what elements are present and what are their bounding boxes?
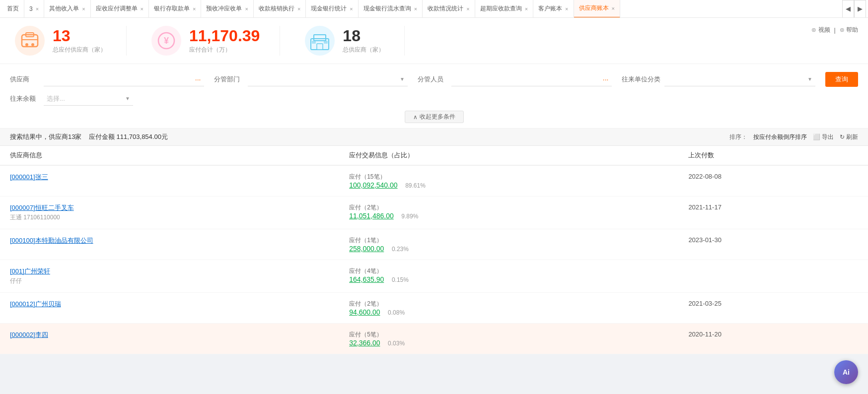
filter-balance-input-wrapper[interactable]: 选择... ▼ — [44, 92, 133, 106]
nav-tab-cash-bank-stat-label: 现金银行统计 — [311, 4, 347, 13]
filter-dept: 分管部门 ▼ — [214, 72, 408, 86]
help-link[interactable]: ⊙ 帮助 — [840, 26, 858, 34]
refresh-icon: ↻ — [840, 133, 845, 140]
video-link[interactable]: ⊙ 视频 — [811, 26, 830, 34]
supplier-sub-3: 仔仔 — [10, 277, 349, 285]
supplier-code-5: [000002] — [10, 331, 35, 338]
dept-dropdown-icon: ▼ — [400, 76, 405, 82]
supplier-sub-1: 王通 17106110000 — [10, 213, 349, 222]
filter-supplier-input[interactable] — [47, 75, 195, 83]
trans-amount-0[interactable]: 100,092,540.00 — [349, 181, 397, 189]
nav-left-arrow[interactable]: ◀ — [842, 0, 854, 18]
trans-amount-4[interactable]: 94,600.00 — [349, 308, 380, 316]
filter-balance: 往来余额 选择... ▼ — [10, 92, 139, 106]
trans-label-4: 应付（2笔） — [349, 300, 688, 308]
nav-tab-bank-deposit[interactable]: 银行存取款单 × — [149, 0, 201, 18]
supplier-link-1[interactable]: [000007]恒旺二手叉车 — [10, 203, 349, 212]
trans-percent-3: 0.15% — [392, 276, 409, 283]
result-bar: 搜索结果中，供应商13家 应付金额 111,703,854.00元 排序： 按应… — [0, 129, 868, 146]
trans-amount-1[interactable]: 11,051,486.00 — [349, 212, 394, 220]
stat-label-amount: 应付合计（万） — [189, 46, 260, 54]
nav-tab-home[interactable]: 首页 — [2, 0, 24, 18]
supplier-code-1: [000007] — [10, 204, 35, 211]
nav-tab-bank-close[interactable]: × — [193, 6, 196, 12]
query-button[interactable]: 查询 — [825, 72, 858, 87]
collapse-button[interactable]: ∧ 收起更多条件 — [405, 111, 464, 123]
nav-tab-cash-flow-label: 现金银行流水查询 — [363, 4, 411, 13]
nav-tab-ar-ap-adjust[interactable]: 应收应付调整单 × — [91, 0, 149, 18]
nav-tab-overdue[interactable]: 超期应收款查询 × — [475, 0, 533, 18]
svg-rect-8 — [314, 35, 326, 41]
nav-tab-prepaid-label: 预收冲应收单 — [206, 4, 242, 13]
trans-label-1: 应付（2笔） — [349, 203, 688, 212]
nav-tab-3-close[interactable]: × — [36, 6, 39, 12]
table-row: [000002]李四 应付（5笔） 32,366.00 0.03% 2020-1… — [0, 324, 868, 354]
stats-header: 13 总应付供应商（家） ¥ 11,170.39 应付合计（万） — [0, 18, 868, 64]
col-header-trans: 应付交易信息（占比） — [349, 151, 688, 160]
nav-tab-cash-flow-close[interactable]: × — [414, 6, 417, 12]
nav-tab-receipt-stat[interactable]: 收款情况统计 × — [423, 0, 475, 18]
supplier-link-3[interactable]: [001]广州荣轩 — [10, 267, 349, 276]
trans-amount-5[interactable]: 32,366.00 — [349, 339, 380, 347]
last-date-4: 2021-03-25 — [688, 300, 858, 307]
last-date-0: 2022-08-08 — [688, 173, 858, 180]
filter-supplier-input-wrapper[interactable]: ··· — [44, 72, 204, 86]
export-button[interactable]: ⬜ 导出 — [813, 133, 834, 141]
filter-category-input-wrapper[interactable]: ▼ — [664, 72, 816, 86]
nav-right-arrow[interactable]: ▶ — [854, 0, 866, 18]
supplier-link-2[interactable]: [000100]本特勤油品有限公司 — [10, 236, 349, 245]
table-row: [000012]广州贝瑞 应付（2笔） 94,600.00 0.08% 2021… — [0, 293, 868, 324]
filter-category-input[interactable] — [667, 75, 808, 83]
collapse-bar: ∧ 收起更多条件 — [10, 111, 858, 123]
nav-tab-supplier-ledger[interactable]: 供应商账本 × — [574, 0, 620, 18]
nav-tab-receipt-verify[interactable]: 收款核销执行 × — [254, 0, 306, 18]
trans-amount-3[interactable]: 164,635.90 — [349, 275, 384, 283]
nav-tab-overdue-close[interactable]: × — [525, 6, 528, 12]
nav-tab-supplier-close[interactable]: × — [612, 5, 615, 11]
sort-value[interactable]: 按应付余额倒序排序 — [753, 133, 807, 141]
filter-row-1: 供应商 ··· 分管部门 ▼ 分管人员 ··· — [10, 72, 858, 87]
trans-label-2: 应付（1笔） — [349, 236, 688, 245]
filter-person-input[interactable] — [454, 75, 603, 83]
stat-block-suppliers: 13 总应付供应商（家） — [10, 26, 127, 56]
nav-tab-customer-close[interactable]: × — [565, 6, 568, 12]
nav-tab-other-income-label: 其他收入单 — [49, 4, 79, 13]
stat-info-total: 18 总供应商（家） — [343, 28, 384, 54]
filter-dept-input[interactable] — [251, 75, 400, 83]
nav-tab-receipt-stat-close[interactable]: × — [466, 6, 469, 12]
export-icon: ⬜ — [813, 133, 820, 140]
nav-tab-other-income-close[interactable]: × — [82, 6, 85, 12]
nav-tab-cash-flow[interactable]: 现金银行流水查询 × — [359, 0, 423, 18]
last-date-1: 2021-11-17 — [688, 203, 858, 211]
trans-info-2: 应付（1笔） 258,000.00 0.23% — [349, 236, 688, 253]
trans-info-4: 应付（2笔） 94,600.00 0.08% — [349, 300, 688, 316]
refresh-button[interactable]: ↻ 刷新 — [840, 133, 858, 141]
nav-tab-cash-bank-stat[interactable]: 现金银行统计 × — [306, 0, 358, 18]
filter-category-label: 往来单位分类 — [622, 75, 660, 84]
ai-button[interactable]: Ai — [834, 360, 858, 384]
nav-tab-prepaid[interactable]: 预收冲应收单 × — [201, 0, 253, 18]
supplier-name-0: 张三 — [35, 173, 48, 181]
trans-amount-2[interactable]: 258,000.00 — [349, 245, 384, 253]
nav-tab-prepaid-close[interactable]: × — [245, 6, 248, 12]
filter-dept-input-wrapper[interactable]: ▼ — [248, 72, 408, 86]
nav-tab-receipt-verify-close[interactable]: × — [297, 6, 300, 12]
supplier-link-0[interactable]: [000001]张三 — [10, 173, 349, 182]
nav-tab-3[interactable]: 3 × — [24, 0, 44, 18]
supplier-info-4: [000012]广州贝瑞 — [10, 300, 349, 309]
nav-tab-ar-ap-close[interactable]: × — [141, 6, 144, 12]
filter-person-input-wrapper[interactable]: ··· — [451, 72, 612, 86]
nav-tab-other-income[interactable]: 其他收入单 × — [44, 0, 90, 18]
stat-value-amount: 11,170.39 — [189, 28, 260, 44]
main-content: 13 总应付供应商（家） ¥ 11,170.39 应付合计（万） — [0, 18, 868, 394]
trans-percent-2: 0.23% — [392, 246, 409, 253]
filter-supplier-label: 供应商 — [10, 75, 40, 84]
video-icon: ⊙ — [811, 26, 816, 33]
nav-tab-3-label: 3 — [29, 5, 33, 12]
result-amount-text: 应付金额 111,703,854.00元 — [89, 133, 168, 140]
supplier-link-4[interactable]: [000012]广州贝瑞 — [10, 300, 349, 309]
nav-tab-customer-ledger[interactable]: 客户账本 × — [533, 0, 574, 18]
nav-tab-cash-bank-stat-close[interactable]: × — [350, 6, 353, 12]
collapse-up-icon: ∧ — [413, 114, 418, 121]
supplier-link-5[interactable]: [000002]李四 — [10, 330, 349, 339]
